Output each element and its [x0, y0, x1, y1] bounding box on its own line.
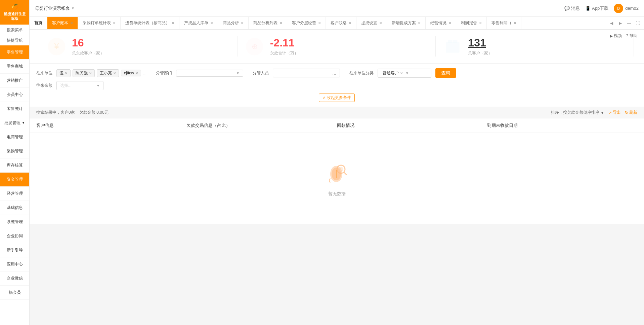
remove-tag-chen[interactable]: ✕ — [89, 71, 92, 75]
tab-product-analysis-list[interactable]: 商品分析列表 ✕ — [249, 17, 287, 29]
tab-close-business[interactable]: ✕ — [448, 21, 451, 25]
sidebar-item-app-center[interactable]: 应用中心 — [0, 257, 29, 272]
help-btn[interactable]: ? 帮助 — [626, 33, 637, 39]
table-header-customer: 客户信息 — [36, 122, 186, 129]
app-download-btn[interactable]: 📱 App下载 — [585, 5, 608, 11]
sidebar-item-new-user[interactable]: 新手引导 — [0, 243, 29, 257]
filter-tag-chen[interactable]: 陈民强 ✕ — [73, 69, 95, 77]
remove-tag-cjttcw[interactable]: ✕ — [135, 71, 138, 75]
unit-class-label: 往来单位分类 — [349, 70, 374, 76]
query-button[interactable]: 查询 — [435, 68, 456, 78]
remove-unit-class[interactable]: ✕ — [400, 71, 403, 75]
tab-close-customer-contact[interactable]: ✕ — [349, 21, 351, 25]
tab-business-status[interactable]: 经营情况 ✕ — [426, 17, 456, 29]
sidebar-item-operations[interactable]: 经营管理 — [0, 187, 29, 201]
tab-close-product-list[interactable]: ✕ — [280, 21, 282, 25]
help-icon: ? — [626, 34, 628, 38]
customers-icon: ¥ — [46, 36, 67, 57]
tab-close-customer-account[interactable]: ✕ — [70, 21, 73, 25]
tab-close-promotion[interactable]: ✕ — [379, 21, 382, 25]
tab-purchase-order-stats[interactable]: 采购订单统计表 ✕ — [78, 17, 121, 29]
unit-filter-label: 往来单位 — [36, 70, 52, 76]
sidebar-item-member-center[interactable]: 会员中心 — [0, 88, 29, 102]
search-result-actions: 排序：按欠款金额倒序排序 ▼ ↗ 导出 ↻ 刷新 — [551, 110, 637, 115]
sidebar-item-ecommerce[interactable]: 电商管理 — [0, 130, 29, 144]
filter-tag-wu[interactable]: 伍 ✕ — [56, 69, 71, 77]
sidebar-item-retail-stats[interactable]: 零售统计 — [0, 102, 29, 116]
tab-product-analysis[interactable]: 商品分析 ✕ — [218, 17, 249, 29]
quick-nav-btn[interactable]: 快捷导航 — [0, 36, 29, 45]
tab-instock-stats[interactable]: 进货单统计表（按商品） ✕ — [121, 17, 179, 29]
tab-customer-tier[interactable]: 客户分层经营 ✕ — [287, 17, 326, 29]
filter-tag-wang[interactable]: 王小亮 ✕ — [97, 69, 119, 77]
tab-minimize-btn[interactable]: — — [625, 20, 633, 27]
search-menu-btn[interactable]: 搜索菜单 — [0, 25, 29, 36]
tab-prev-btn[interactable]: ◀ — [608, 20, 615, 27]
tab-close-product-instock[interactable]: ✕ — [210, 21, 213, 25]
sidebar-item-capital-mgmt[interactable]: 资金管理 — [0, 173, 29, 187]
tab-close-profit[interactable]: ✕ — [479, 21, 482, 25]
tab-customer-account[interactable]: 客户账本 ✕ — [47, 17, 78, 29]
tab-close-retail[interactable]: ✕ — [514, 21, 516, 25]
tab-retail-profit[interactable]: 零售利润（ ✕ — [487, 17, 521, 29]
tab-product-instock[interactable]: 产成品入库单 ✕ — [179, 17, 218, 29]
sidebar-item-marketing[interactable]: 营销推广 — [0, 74, 29, 88]
stat-value-customers: 16 — [72, 37, 104, 49]
sidebar-item-basic-info[interactable]: 基础信息 — [0, 201, 29, 215]
sidebar-item-inventory[interactable]: 库存核算 — [0, 158, 29, 173]
remove-tag-wu[interactable]: ✕ — [65, 71, 68, 75]
svg-line-12 — [344, 172, 346, 175]
sidebar-item-purchase-mgmt[interactable]: 采购管理 — [0, 144, 29, 158]
empty-state: 暂无数据 — [30, 133, 644, 224]
sidebar-item-member-vip[interactable]: 畅会员 — [0, 286, 29, 300]
export-icon: ↗ — [608, 110, 612, 115]
stat-item-total: 131 总客户（家） — [436, 36, 634, 57]
filter-more-btn[interactable]: ... — [143, 71, 146, 75]
tab-next-btn[interactable]: ▶ — [616, 20, 624, 27]
person-select[interactable]: ... — [273, 69, 340, 77]
unit-class-select[interactable]: 普通客户 ✕ ▼ — [378, 69, 431, 78]
unit-class-tag[interactable]: 普通客户 ✕ — [381, 70, 404, 76]
top-bar: 母婴行业演示帐套 ▼ 💬 消息 📱 App下载 D demo2 — [30, 0, 644, 17]
top-bar-left: 母婴行业演示帐套 ▼ — [35, 5, 75, 11]
export-btn[interactable]: ↗ 导出 — [608, 110, 621, 115]
sidebar-logo: 🍊 畅捷通好生意 标版 — [0, 0, 29, 25]
collapse-btn[interactable]: ∧ 收起更多条件 — [319, 94, 355, 102]
person-dots[interactable]: ... — [332, 70, 336, 76]
stat-value-total: 131 — [468, 37, 492, 49]
table-header-repayment: 回款情况 — [337, 122, 487, 129]
tab-close-instock[interactable]: ✕ — [172, 21, 174, 25]
user-profile[interactable]: D demo2 — [614, 4, 639, 13]
video-btn[interactable]: ▶ 视频 — [610, 33, 622, 39]
dept-select[interactable]: ▼ — [176, 70, 243, 77]
sidebar-item-retail-store[interactable]: 零售商城 — [0, 60, 29, 74]
sidebar-item-wholesale-mgmt[interactable]: 批发管理 ▼ — [0, 116, 29, 130]
tab-close-new-promotion[interactable]: ✕ — [418, 21, 421, 25]
tab-maximize-btn[interactable]: ⛶ — [634, 20, 641, 27]
empty-img — [324, 160, 350, 187]
sidebar-item-enterprise-coop[interactable]: 企业协同 — [0, 229, 29, 243]
tab-close-product-analysis[interactable]: ✕ — [241, 21, 244, 25]
sidebar-item-retail-mgmt[interactable]: 零售管理 — [0, 45, 29, 60]
tab-new-promotion[interactable]: 新增提成方案 ✕ — [387, 17, 426, 29]
tab-promotion-settings[interactable]: 提成设置 ✕ — [356, 17, 387, 29]
sidebar-item-wechat-work[interactable]: 企业微信 — [0, 272, 29, 286]
messages-btn[interactable]: 💬 消息 — [564, 5, 580, 11]
balance-select[interactable]: 选择... ▼ — [56, 81, 103, 90]
stat-value-amount: -2.11 — [270, 37, 298, 49]
chevron-icon: ▼ — [22, 121, 25, 124]
tab-profit-report[interactable]: 利润报告 ✕ — [456, 17, 487, 29]
sort-btn[interactable]: 排序：按欠款金额倒序排序 ▼ — [551, 110, 604, 115]
workspace-selector[interactable]: 母婴行业演示帐套 ▼ — [35, 5, 75, 11]
stat-label-customers: 总欠款客户（家） — [72, 50, 104, 56]
remove-tag-wang[interactable]: ✕ — [113, 71, 116, 75]
table-header-debt: 欠款交易信息（占比） — [186, 122, 337, 129]
tab-close-purchase-order[interactable]: ✕ — [113, 21, 116, 25]
tab-customer-contact[interactable]: 客户联络 ✕ — [326, 17, 356, 29]
filter-tag-cjttcw[interactable]: cjttcw ✕ — [121, 70, 141, 76]
tab-close-customer-tier[interactable]: ✕ — [318, 21, 321, 25]
stat-item-customers: ¥ 16 总欠款客户（家） — [40, 36, 238, 57]
tab-home[interactable]: 首页 — [30, 17, 47, 29]
refresh-btn[interactable]: ↻ 刷新 — [625, 110, 637, 115]
sidebar-item-sys-mgmt[interactable]: 系统管理 — [0, 215, 29, 229]
